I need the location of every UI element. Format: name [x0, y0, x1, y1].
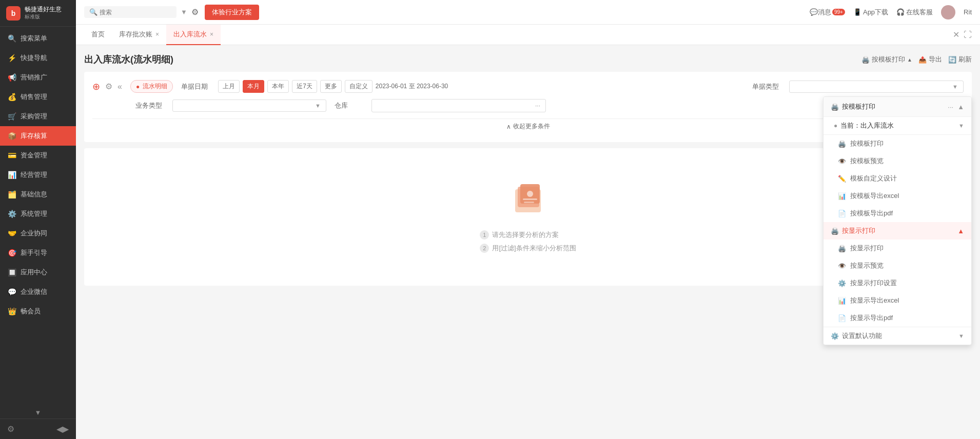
filter-tag-icon: ●	[136, 83, 140, 90]
search-input[interactable]	[100, 9, 171, 16]
sidebar-item-sales[interactable]: 💰 销售管理	[0, 87, 76, 107]
dropdown-item-template-excel[interactable]: 📊 按模板导出excel	[824, 187, 971, 205]
page-header: 出入库流水(流水明细) 🖨️ 按模板打印 ▲ 📤 导出 🔄 刷新	[84, 53, 972, 66]
display-print-icon: 🖨️	[838, 245, 846, 252]
active-filter-tag[interactable]: ● 流水明细	[130, 80, 173, 93]
filter-collapse-icon[interactable]: «	[117, 82, 122, 91]
template-pdf-icon: 📄	[838, 210, 846, 217]
filter-biz-label: 业务类型	[135, 101, 164, 110]
sidebar-item-system[interactable]: ⚙️ 系统管理	[0, 204, 76, 224]
filter-row-top: ⊕ ⚙ « ● 流水明细 单据日期 上月 本月 本年 近7天 更多 自定	[92, 80, 964, 93]
sidebar-scroll-down[interactable]: ▼	[0, 407, 76, 418]
dropdown-item-display-settings[interactable]: ⚙️ 按显示打印设置	[824, 274, 971, 292]
dropdown-current-text: 当前：出入库流水	[840, 121, 955, 130]
tab-batch-label: 库存批次账	[119, 30, 152, 39]
collapse-more-label: 收起更多条件	[513, 122, 550, 131]
export-btn[interactable]: 📤 导出	[918, 55, 942, 64]
dropdown-footer[interactable]: ⚙️ 设置默认功能 ▼	[824, 327, 971, 345]
dropdown-item-display-pdf[interactable]: 📄 按显示导出pdf	[824, 309, 971, 327]
filter-biz-chevron: ▼	[315, 103, 321, 109]
export-label: 导出	[929, 55, 942, 64]
dropdown-header-actions: ··· ▲	[948, 103, 964, 111]
sidebar-item-quicknav[interactable]: ⚡ 快捷导航	[0, 48, 76, 68]
sidebar-item-inventory[interactable]: 📦 库存核算	[0, 126, 76, 146]
topbar-search-box[interactable]: 🔍	[84, 6, 177, 18]
topbar-gear-icon[interactable]: ⚙	[191, 7, 199, 17]
date-btn-last-month[interactable]: 上月	[218, 80, 240, 93]
tab-maximize[interactable]: ⛶	[964, 30, 972, 39]
wechat-icon: 💬	[7, 288, 16, 296]
sidebar-item-operation[interactable]: 📊 经营管理	[0, 165, 76, 185]
tab-flow[interactable]: 出入库流水 ×	[166, 25, 221, 45]
footer-settings-icon: ⚙️	[831, 332, 839, 340]
dropdown-item-template-design[interactable]: ✏️ 模板自定义设计	[824, 170, 971, 187]
dropdown-current-item[interactable]: ● 当前：出入库流水 ▼	[824, 117, 971, 135]
sidebar-item-member[interactable]: 👑 畅会员	[0, 302, 76, 321]
appstore-icon: 🔲	[7, 268, 16, 276]
username-label[interactable]: Rit	[964, 8, 972, 16]
display-pdf-icon: 📄	[838, 314, 846, 322]
sidebar-item-search[interactable]: 🔍 搜索菜单	[0, 29, 76, 48]
finance-icon: 💳	[7, 151, 16, 159]
filter-settings-icon[interactable]: ⚙	[105, 82, 112, 91]
dropdown-item-display-print[interactable]: 🖨️ 按显示打印	[824, 240, 971, 257]
filter-add-btn[interactable]: ⊕	[92, 81, 100, 92]
dropdown-chevron-up[interactable]: ▲	[957, 103, 964, 111]
sidebar-label-marketing: 营销推广	[21, 73, 47, 82]
topbar-app-btn[interactable]: 📱 App下载	[853, 8, 888, 17]
dropdown-item-template-preview[interactable]: 👁️ 按模板预览	[824, 152, 971, 170]
dropdown-item-template-print[interactable]: 🖨️ 按模板打印	[824, 135, 971, 152]
user-avatar[interactable]	[941, 5, 955, 19]
dropdown-item-template-pdf[interactable]: 📄 按模板导出pdf	[824, 205, 971, 222]
dropdown-item-label: 模板自定义设计	[850, 174, 897, 183]
date-btn-this-year[interactable]: 本年	[267, 80, 289, 93]
topbar-service-btn[interactable]: 🎧 在线客服	[896, 8, 933, 17]
sidebar-item-marketing[interactable]: 📢 营销推广	[0, 68, 76, 87]
sidebar-item-guide[interactable]: 🎯 新手引导	[0, 243, 76, 263]
tab-home-label: 首页	[91, 30, 105, 39]
topbar-right: 💬 消息 99+ 📱 App下载 🎧 在线客服 Rit	[810, 5, 972, 19]
dropdown-more-icon[interactable]: ···	[948, 103, 953, 111]
filter-type-select[interactable]: ▼	[789, 81, 964, 93]
date-btn-this-month[interactable]: 本月	[243, 80, 264, 93]
dropdown-item-label: 按显示预览	[850, 261, 884, 270]
dropdown-section-display[interactable]: 🖨️ 按显示打印 ▲	[824, 222, 971, 240]
page-content: 出入库流水(流水明细) 🖨️ 按模板打印 ▲ 📤 导出 🔄 刷新	[76, 45, 980, 439]
topbar-search-chevron[interactable]: ▼	[181, 8, 187, 16]
empty-hint-1: 1 请先选择要分析的方案	[480, 228, 576, 242]
print-btn[interactable]: 🖨️ 按模板打印 ▲	[861, 55, 912, 64]
tab-close-all[interactable]: ✕	[953, 30, 959, 39]
sidebar-collapse-btn[interactable]: ◀▶	[56, 424, 69, 434]
app-logo-text: 畅捷通好生意 标准版	[25, 6, 62, 21]
tab-batch-close[interactable]: ×	[155, 31, 159, 38]
main-area: 🔍 ▼ ⚙ 体验行业方案 💬 消息 99+ 📱 App下载 🎧 在线客服 Rit	[76, 0, 980, 439]
date-btn-7days[interactable]: 近7天	[292, 80, 317, 93]
sidebar-settings-btn[interactable]: ⚙	[7, 424, 14, 434]
sidebar-item-finance[interactable]: 💳 资金管理	[0, 146, 76, 165]
tab-batch[interactable]: 库存批次账 ×	[112, 25, 166, 45]
tab-flow-close[interactable]: ×	[210, 31, 213, 38]
sidebar-item-wechat[interactable]: 💬 企业微信	[0, 282, 76, 302]
tab-home[interactable]: 首页	[84, 25, 112, 45]
display-section-chevron: ▲	[957, 227, 964, 235]
empty-hint-2-text: 用[过滤]条件来缩小分析范围	[492, 242, 576, 255]
industry-btn[interactable]: 体验行业方案	[205, 5, 259, 20]
display-excel-icon: 📊	[838, 297, 846, 305]
template-excel-icon: 📊	[838, 192, 846, 200]
dropdown-item-label: 按显示导出pdf	[850, 313, 893, 323]
filter-warehouse-select[interactable]: ···	[371, 99, 546, 112]
refresh-btn[interactable]: 🔄 刷新	[948, 55, 972, 64]
sidebar-item-basic[interactable]: 🗂️ 基础信息	[0, 185, 76, 204]
date-btn-custom[interactable]: 自定义	[345, 80, 373, 93]
filter-warehouse-more: ···	[535, 102, 540, 109]
sidebar-label-wechat: 企业微信	[21, 287, 47, 296]
topbar-message-btn[interactable]: 💬 消息 99+	[810, 8, 845, 17]
sidebar-item-appstore[interactable]: 🔲 应用中心	[0, 263, 76, 282]
sidebar-footer: ⚙ ◀▶	[0, 418, 76, 439]
date-btn-more[interactable]: 更多	[320, 80, 342, 93]
sidebar-item-collab[interactable]: 🤝 企业协同	[0, 224, 76, 243]
dropdown-item-display-excel[interactable]: 📊 按显示导出excel	[824, 292, 971, 309]
sidebar-item-purchase[interactable]: 🛒 采购管理	[0, 107, 76, 126]
dropdown-item-display-preview[interactable]: 👁️ 按显示预览	[824, 257, 971, 274]
filter-biz-select[interactable]: ▼	[172, 99, 326, 112]
